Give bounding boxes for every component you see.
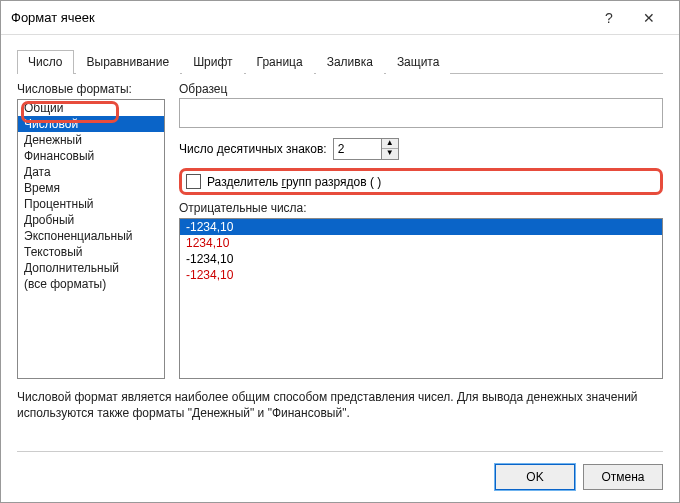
negatives-label: Отрицательные числа: <box>179 201 663 215</box>
cancel-button[interactable]: Отмена <box>583 464 663 490</box>
tabstrip: Число Выравнивание Шрифт Граница Заливка… <box>17 49 663 74</box>
tab-fill[interactable]: Заливка <box>316 50 384 74</box>
sample-box <box>179 98 663 128</box>
list-item[interactable]: Общий <box>18 100 164 116</box>
divider <box>17 451 663 452</box>
list-item[interactable]: Денежный <box>18 132 164 148</box>
list-item[interactable]: 1234,10 <box>180 235 662 251</box>
negatives-listbox[interactable]: -1234,10 1234,10 -1234,10 -1234,10 <box>179 218 663 379</box>
list-item[interactable]: Экспоненциальный <box>18 228 164 244</box>
formats-listbox[interactable]: Общий Числовой Денежный Финансовый Дата … <box>17 99 165 379</box>
list-item[interactable]: Дата <box>18 164 164 180</box>
list-item[interactable]: (все форматы) <box>18 276 164 292</box>
list-item[interactable]: Финансовый <box>18 148 164 164</box>
list-item[interactable]: -1234,10 <box>180 251 662 267</box>
list-item[interactable]: Дробный <box>18 212 164 228</box>
list-item[interactable]: Дополнительный <box>18 260 164 276</box>
ok-button[interactable]: OK <box>495 464 575 490</box>
thousands-separator-checkbox[interactable] <box>186 174 201 189</box>
help-button[interactable]: ? <box>589 10 629 26</box>
format-description: Числовой формат является наиболее общим … <box>17 389 663 421</box>
format-cells-dialog: Формат ячеек ? ✕ Число Выравнивание Шриф… <box>0 0 680 503</box>
tab-alignment[interactable]: Выравнивание <box>76 50 181 74</box>
list-item[interactable]: Процентный <box>18 196 164 212</box>
thousands-separator-label: Разделитель групп разрядов ( ) <box>207 175 381 189</box>
close-button[interactable]: ✕ <box>629 10 669 26</box>
decimals-spinner[interactable]: ▲ ▼ <box>333 138 399 160</box>
tab-number[interactable]: Число <box>17 50 74 74</box>
spinner-down-icon[interactable]: ▼ <box>382 149 398 159</box>
decimals-label: Число десятичных знаков: <box>179 142 327 156</box>
list-item[interactable]: -1234,10 <box>180 267 662 283</box>
thousands-separator-option[interactable]: Разделитель групп разрядов ( ) <box>179 168 663 195</box>
decimals-input[interactable] <box>333 138 381 160</box>
tab-font[interactable]: Шрифт <box>182 50 243 74</box>
list-item[interactable]: Числовой <box>18 116 164 132</box>
list-item[interactable]: Текстовый <box>18 244 164 260</box>
tab-border[interactable]: Граница <box>246 50 314 74</box>
window-title: Формат ячеек <box>11 10 95 25</box>
list-item[interactable]: Время <box>18 180 164 196</box>
list-item[interactable]: -1234,10 <box>180 219 662 235</box>
tab-protection[interactable]: Защита <box>386 50 451 74</box>
sample-label: Образец <box>179 82 663 96</box>
titlebar: Формат ячеек ? ✕ <box>1 1 679 35</box>
formats-label: Числовые форматы: <box>17 82 165 96</box>
